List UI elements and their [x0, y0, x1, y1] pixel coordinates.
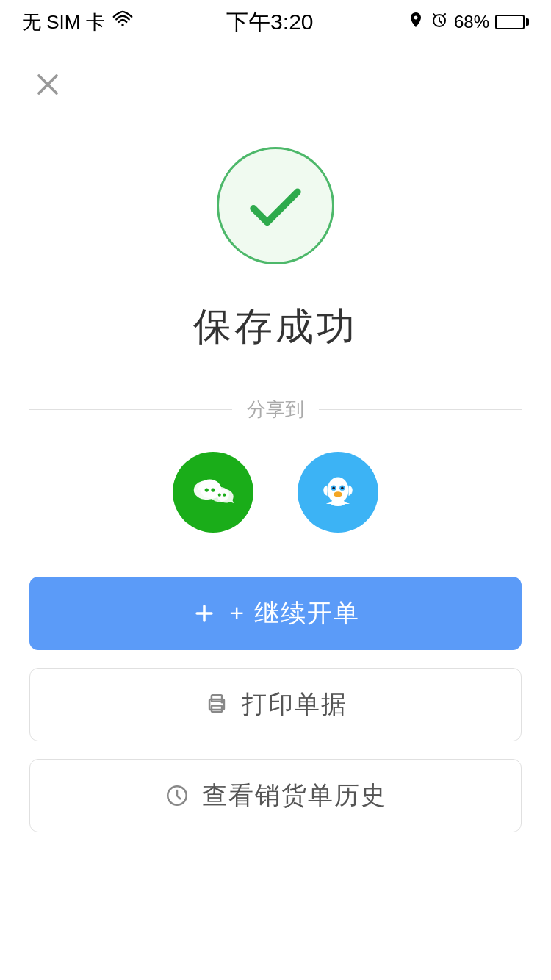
svg-point-11 [218, 494, 221, 497]
success-title: 保存成功 [193, 301, 358, 353]
plus-icon [191, 600, 217, 627]
close-area [0, 44, 551, 110]
svg-point-18 [334, 491, 342, 497]
wifi-icon [112, 10, 133, 35]
divider-line-right [319, 409, 522, 410]
history-button[interactable]: 查看销货单历史 [29, 759, 522, 832]
share-label: 分享到 [247, 397, 304, 422]
status-bar: 无 SIM 卡 下午3:20 68% [0, 0, 551, 44]
close-button[interactable] [29, 66, 66, 103]
svg-point-19 [331, 500, 345, 506]
share-divider: 分享到 [29, 397, 522, 422]
divider-line-left [29, 409, 232, 410]
history-label: 查看销货单历史 [202, 779, 387, 813]
main-content: 保存成功 分享到 [0, 110, 551, 980]
share-qq-button[interactable] [298, 452, 378, 533]
sim-status: 无 SIM 卡 [22, 10, 105, 35]
svg-point-10 [211, 488, 215, 491]
svg-point-16 [332, 486, 335, 489]
print-icon [204, 691, 230, 718]
status-right: 68% [407, 11, 529, 33]
battery-percent: 68% [454, 12, 489, 32]
svg-point-12 [223, 494, 226, 497]
svg-point-17 [341, 486, 344, 489]
svg-point-0 [121, 24, 124, 26]
success-icon-circle [217, 147, 334, 264]
battery-icon [495, 15, 529, 29]
location-icon [407, 11, 425, 33]
status-left: 无 SIM 卡 [22, 10, 133, 35]
history-icon [164, 782, 190, 809]
svg-point-13 [327, 478, 348, 503]
continue-button[interactable]: + 继续开单 [29, 577, 522, 650]
svg-point-9 [205, 488, 209, 491]
print-button[interactable]: 打印单据 [29, 668, 522, 741]
print-label: 打印单据 [242, 688, 347, 721]
svg-rect-23 [212, 695, 222, 702]
svg-point-25 [221, 702, 223, 704]
action-buttons: + 继续开单 打印单据 查看销货单历史 [29, 577, 522, 832]
share-icons [173, 452, 378, 533]
svg-rect-24 [212, 705, 222, 712]
alarm-icon [431, 11, 448, 33]
share-wechat-button[interactable] [173, 452, 253, 533]
status-time: 下午3:20 [226, 7, 313, 37]
continue-label: + 继续开单 [229, 597, 359, 630]
